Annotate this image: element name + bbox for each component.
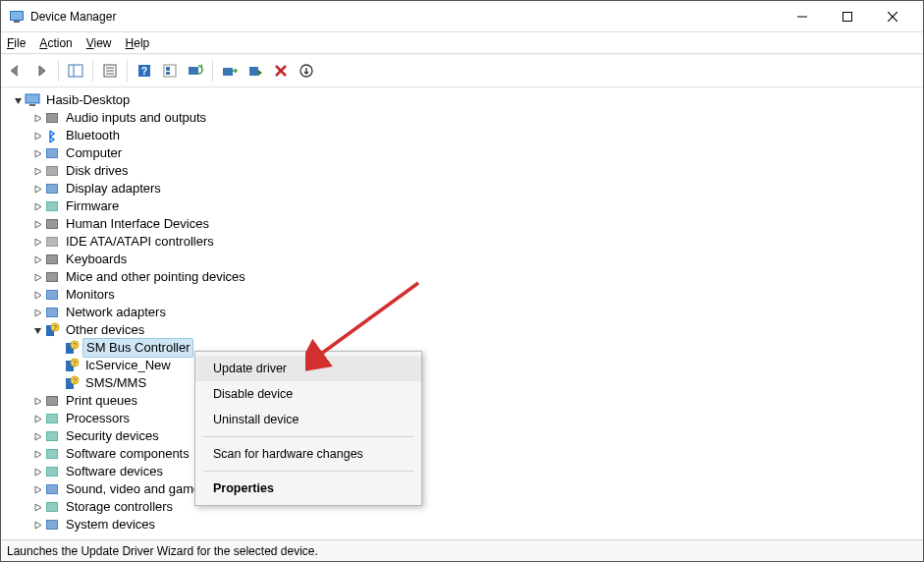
svg-rect-71 (47, 485, 57, 493)
help-button[interactable]: ? (134, 60, 155, 82)
chevron-right-icon[interactable] (30, 202, 44, 211)
action-list-button[interactable] (159, 60, 181, 82)
context-menu-item[interactable]: Scan for hardware changes (195, 441, 421, 467)
display-icon (44, 181, 60, 197)
chevron-right-icon[interactable] (30, 503, 44, 512)
tree-category-label: Firmware (64, 197, 121, 215)
svg-rect-37 (47, 220, 57, 228)
maximize-button[interactable] (825, 2, 870, 31)
minimize-button[interactable] (780, 2, 825, 31)
context-menu-item[interactable]: Properties (195, 476, 421, 501)
chevron-down-icon[interactable] (30, 326, 44, 335)
context-menu-item[interactable]: Disable device (195, 381, 421, 407)
chevron-right-icon[interactable] (30, 167, 44, 176)
unknown-icon: ? (64, 340, 80, 356)
chevron-right-icon[interactable] (30, 238, 44, 247)
tree-category[interactable]: Firmware (7, 197, 921, 215)
svg-rect-35 (47, 202, 57, 210)
svg-rect-25 (29, 104, 35, 106)
cpu-icon (44, 411, 60, 426)
titlebar: Device Manager (1, 1, 923, 32)
tree-category[interactable]: Audio inputs and outputs (7, 109, 921, 127)
tree-category[interactable]: Storage controllers (7, 498, 921, 516)
chevron-right-icon[interactable] (30, 185, 44, 194)
svg-rect-20 (249, 67, 258, 76)
scan-hardware-button[interactable] (185, 60, 206, 82)
tree-category[interactable]: ?Other devices (7, 321, 921, 339)
device-manager-window: Device Manager File Action View Help (0, 0, 924, 562)
tree-category-label: Software devices (64, 463, 165, 480)
chevron-right-icon[interactable] (30, 114, 44, 123)
tree-category[interactable]: Software devices (7, 463, 921, 480)
tree-category[interactable]: Security devices (7, 427, 921, 445)
tree-device[interactable]: ?IcService_New (7, 357, 921, 374)
chevron-right-icon[interactable] (30, 291, 44, 300)
tree-category[interactable]: Sound, video and game controllers (7, 480, 921, 498)
add-legacy-button[interactable] (296, 60, 317, 82)
update-driver-button[interactable] (219, 60, 241, 82)
menu-action[interactable]: Action (39, 36, 72, 50)
chevron-down-icon[interactable] (11, 96, 25, 105)
close-button[interactable] (870, 2, 915, 31)
svg-rect-4 (843, 12, 852, 21)
tree-category[interactable]: Bluetooth (7, 127, 921, 144)
chevron-right-icon[interactable] (30, 521, 44, 530)
app-icon (9, 9, 25, 25)
chevron-right-icon[interactable] (30, 415, 44, 423)
chevron-right-icon[interactable] (30, 450, 44, 459)
tree-device-label: IcService_New (83, 357, 173, 374)
tree-category[interactable]: Display adapters (7, 180, 921, 197)
chevron-right-icon[interactable] (30, 132, 44, 140)
tree-category[interactable]: Print queues (7, 392, 921, 410)
menu-help[interactable]: Help (126, 36, 150, 50)
back-button[interactable] (5, 60, 27, 82)
tree-category[interactable]: System devices (7, 516, 921, 534)
show-hide-console-button[interactable] (65, 60, 86, 82)
tree-device[interactable]: ?SMS/MMS (7, 374, 921, 392)
tree-category-label: Print queues (64, 392, 139, 410)
tree-device[interactable]: ?SM Bus Controller (7, 339, 921, 357)
context-menu-item[interactable]: Update driver (195, 356, 421, 381)
keyboard-icon (44, 252, 60, 267)
tree-device-label: SM Bus Controller (82, 338, 193, 358)
menu-file[interactable]: File (7, 36, 26, 50)
tree-category[interactable]: Keyboards (7, 251, 921, 268)
chevron-right-icon[interactable] (30, 468, 44, 477)
context-menu-item[interactable]: Uninstall device (195, 407, 421, 432)
tree-category[interactable]: Software components (7, 445, 921, 463)
chevron-right-icon[interactable] (30, 273, 44, 282)
chevron-right-icon[interactable] (30, 485, 44, 494)
chevron-right-icon[interactable] (30, 220, 44, 229)
properties-button[interactable] (99, 60, 121, 82)
tree-category-label: System devices (64, 516, 157, 534)
tree-category[interactable]: Human Interface Devices (7, 215, 921, 233)
chevron-right-icon[interactable] (30, 309, 44, 317)
tree-root[interactable]: Hasib-Desktop (7, 91, 921, 109)
forward-button[interactable] (30, 60, 52, 82)
chevron-right-icon[interactable] (30, 149, 44, 158)
chevron-right-icon[interactable] (30, 255, 44, 264)
tree-category[interactable]: Monitors (7, 286, 921, 304)
chevron-right-icon[interactable] (30, 397, 44, 406)
tree-category[interactable]: Mice and other pointing devices (7, 268, 921, 286)
svg-text:?: ? (73, 342, 77, 349)
tree-category[interactable]: Network adapters (7, 304, 921, 321)
tree-category[interactable]: Disk drives (7, 162, 921, 180)
svg-rect-75 (47, 521, 57, 529)
uninstall-device-button[interactable] (270, 60, 292, 82)
menu-view[interactable]: View (86, 36, 112, 50)
disk-icon (44, 163, 60, 179)
svg-rect-63 (47, 415, 57, 422)
menu-separator (203, 436, 413, 437)
toolbar-separator (127, 60, 128, 82)
disable-device-button[interactable] (245, 60, 266, 82)
monitor-icon (44, 145, 60, 161)
device-tree[interactable]: Hasib-DesktopAudio inputs and outputsBlu… (1, 87, 923, 539)
tree-category[interactable]: IDE ATA/ATAPI controllers (7, 233, 921, 251)
chevron-right-icon[interactable] (30, 432, 44, 441)
hid-icon (44, 216, 60, 232)
tree-category[interactable]: Processors (7, 410, 921, 427)
svg-rect-24 (26, 94, 39, 103)
tree-category[interactable]: Computer (7, 144, 921, 162)
chip-icon (44, 198, 60, 214)
